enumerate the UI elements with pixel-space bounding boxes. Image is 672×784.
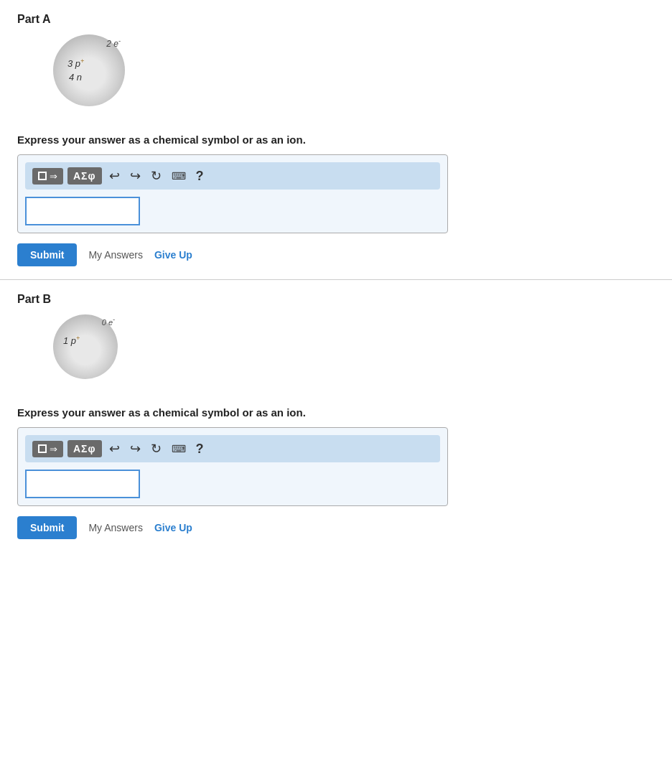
part-b-section: Part B 0 e- 1 p+ Express your answer as … bbox=[0, 280, 672, 552]
redo-button-a[interactable]: ↪ bbox=[127, 167, 144, 185]
give-up-label-a: Give Up bbox=[154, 249, 192, 261]
part-b-title: Part B bbox=[17, 293, 655, 306]
greek-label-b: ΑΣφ bbox=[73, 443, 96, 454]
atom-diagram-a: 2 e- 3 p+ 4 n bbox=[32, 34, 132, 121]
my-answers-link-b[interactable]: My Answers bbox=[88, 522, 142, 533]
greek-button-b[interactable]: ΑΣφ bbox=[67, 440, 102, 457]
template-arrow-b: ⇒ bbox=[50, 444, 57, 454]
action-row-b: Submit My Answers Give Up bbox=[17, 516, 655, 539]
redo-icon-a: ↪ bbox=[130, 168, 141, 184]
template-button-b[interactable]: ⇒ bbox=[32, 441, 63, 457]
prompt-b: Express your answer as a chemical symbol… bbox=[17, 406, 655, 419]
answer-input-a[interactable] bbox=[25, 197, 140, 225]
proton-label-b: 1 p+ bbox=[63, 335, 80, 346]
refresh-icon-a: ↻ bbox=[151, 168, 162, 184]
refresh-icon-b: ↻ bbox=[151, 441, 162, 457]
greek-label-a: ΑΣφ bbox=[73, 170, 96, 182]
greek-button-a[interactable]: ΑΣφ bbox=[67, 167, 102, 185]
help-button-b[interactable]: ? bbox=[193, 440, 207, 458]
refresh-button-b[interactable]: ↻ bbox=[148, 439, 164, 458]
help-icon-a: ? bbox=[196, 169, 204, 184]
keyboard-icon-a: ⌨ bbox=[172, 170, 186, 182]
toolbar-b: ⇒ ΑΣφ ↩ ↪ ↻ ⌨ ? bbox=[25, 435, 440, 462]
proton-label-a: 3 p+ bbox=[67, 57, 84, 69]
toolbar-a: ⇒ ΑΣφ ↩ ↪ ↻ ⌨ ? bbox=[25, 162, 440, 190]
part-a-title: Part A bbox=[17, 13, 655, 26]
undo-icon-b: ↩ bbox=[109, 441, 120, 457]
template-square-icon-b bbox=[38, 444, 47, 453]
answer-box-b: ⇒ ΑΣφ ↩ ↪ ↻ ⌨ ? bbox=[17, 427, 448, 506]
undo-icon-a: ↩ bbox=[109, 168, 120, 184]
electron-label-a: 2 e- bbox=[106, 37, 121, 49]
submit-button-b[interactable]: Submit bbox=[17, 516, 77, 539]
keyboard-button-a[interactable]: ⌨ bbox=[169, 169, 189, 183]
give-up-link-b[interactable]: Give Up bbox=[154, 522, 192, 533]
template-arrow-a: ⇒ bbox=[50, 171, 57, 182]
answer-box-a: ⇒ ΑΣφ ↩ ↪ ↻ ⌨ ? bbox=[17, 154, 448, 233]
part-a-section: Part A 2 e- 3 p+ 4 n Express your answer… bbox=[0, 0, 672, 280]
give-up-label-b: Give Up bbox=[154, 522, 192, 533]
redo-button-b[interactable]: ↪ bbox=[127, 439, 144, 458]
undo-button-b[interactable]: ↩ bbox=[106, 439, 123, 458]
keyboard-button-b[interactable]: ⌨ bbox=[169, 442, 189, 456]
neutron-label-a: 4 n bbox=[69, 72, 82, 83]
help-button-a[interactable]: ? bbox=[193, 167, 207, 185]
submit-label-a: Submit bbox=[30, 249, 64, 261]
undo-button-a[interactable]: ↩ bbox=[106, 167, 123, 185]
submit-button-a[interactable]: Submit bbox=[17, 243, 77, 266]
prompt-a: Express your answer as a chemical symbol… bbox=[17, 134, 655, 146]
keyboard-icon-b: ⌨ bbox=[172, 443, 186, 454]
atom-circle-b: 0 e- 1 p+ bbox=[53, 314, 118, 379]
my-answers-label-a: My Answers bbox=[88, 249, 142, 261]
atom-diagram-b: 0 e- 1 p+ bbox=[32, 314, 132, 393]
answer-input-b[interactable] bbox=[25, 470, 140, 498]
electron-label-b: 0 e- bbox=[102, 316, 115, 327]
atom-circle-a: 2 e- 3 p+ 4 n bbox=[53, 34, 125, 106]
submit-label-b: Submit bbox=[30, 522, 64, 533]
redo-icon-b: ↪ bbox=[130, 441, 141, 457]
template-square-icon-a bbox=[38, 172, 47, 180]
template-button-a[interactable]: ⇒ bbox=[32, 168, 63, 185]
my-answers-link-a[interactable]: My Answers bbox=[88, 249, 142, 261]
my-answers-label-b: My Answers bbox=[88, 522, 142, 533]
help-icon-b: ? bbox=[196, 442, 204, 457]
action-row-a: Submit My Answers Give Up bbox=[17, 243, 655, 266]
give-up-link-a[interactable]: Give Up bbox=[154, 249, 192, 261]
refresh-button-a[interactable]: ↻ bbox=[148, 167, 164, 185]
